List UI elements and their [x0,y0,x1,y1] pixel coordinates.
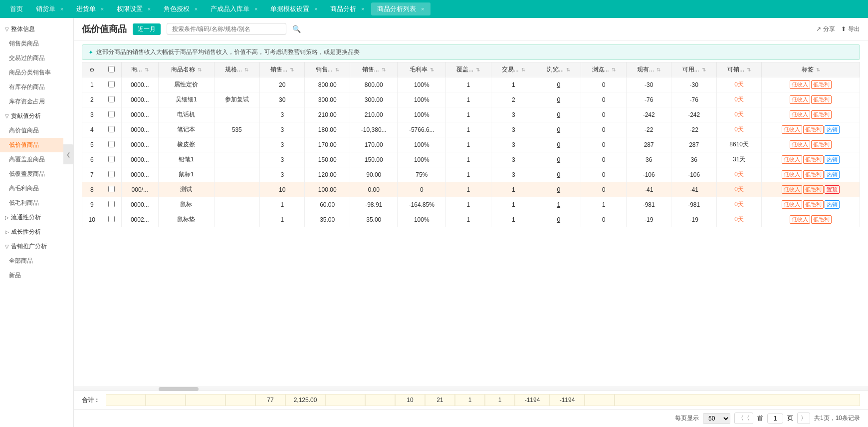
col-sales-cost[interactable]: 销售... ⇅ [350,62,398,77]
col-coverage[interactable]: 覆盖... ⇅ [446,62,491,77]
sidebar-item-high-value[interactable]: 高价值商品 [0,123,63,138]
row-checkbox[interactable] [108,186,115,192]
nav-stock[interactable]: 产成品入库单 × [205,2,263,15]
cell-views1[interactable]: 1 [536,197,581,212]
close-product-list-icon[interactable]: × [421,6,424,12]
cell-views1[interactable]: 0 [536,122,581,137]
sidebar-item-stocked-products[interactable]: 有库存的商品 [0,80,63,94]
close-product-analysis-icon[interactable]: × [361,6,364,12]
sidebar-group-overall[interactable]: ▽ 整体信息 [0,22,63,36]
cell-views1[interactable]: 0 [536,182,581,197]
cell-views1[interactable]: 0 [536,92,581,107]
views1-link[interactable]: 0 [557,96,560,103]
cell-checkbox[interactable] [102,182,121,197]
export-button[interactable]: ⬆ 导出 [841,25,860,33]
sidebar-group-circulation[interactable]: ▷ 流通性分析 [0,210,63,225]
close-roles-icon[interactable]: × [195,6,198,12]
views1-link[interactable]: 1 [557,201,560,208]
col-views2[interactable]: 浏览... ⇅ [581,62,626,77]
col-tags[interactable]: 标签 ⇅ [762,62,860,77]
nav-sales[interactable]: 销货单 × [30,2,69,15]
page-number-input[interactable] [767,414,783,424]
close-permissions-icon[interactable]: × [148,6,151,12]
row-checkbox[interactable] [108,201,115,207]
row-checkbox[interactable] [108,216,115,222]
sidebar-collapse-button[interactable]: ❮ [63,144,73,164]
views1-link[interactable]: 0 [557,81,560,88]
sidebar-item-high-margin[interactable]: 高毛利商品 [0,181,63,196]
row-checkbox[interactable] [108,141,115,147]
views1-link[interactable]: 0 [557,126,560,133]
horizontal-scrollbar[interactable] [74,387,868,391]
col-available-stock[interactable]: 可用... ⇅ [671,62,716,77]
cell-checkbox[interactable] [102,212,121,227]
share-button[interactable]: ↗ 分享 [816,25,835,33]
page-size-select[interactable]: 50 100 [703,413,730,424]
close-template-icon[interactable]: × [314,6,317,12]
sidebar-item-all-products[interactable]: 全部商品 [0,254,63,268]
views1-link[interactable]: 0 [557,141,560,148]
close-sales-icon[interactable]: × [60,6,63,12]
cell-views1[interactable]: 0 [536,137,581,152]
row-checkbox[interactable] [108,96,115,102]
col-sales-qty[interactable]: 销售... ⇅ [259,62,304,77]
col-views1[interactable]: 浏览... ⇅ [536,62,581,77]
close-purchase-icon[interactable]: × [101,6,104,12]
cell-checkbox[interactable] [102,107,121,122]
views1-link[interactable]: 0 [557,111,560,118]
filter-button[interactable]: 近一月 [133,23,161,35]
sidebar-item-traded-products[interactable]: 交易过的商品 [0,51,63,65]
sidebar-group-contribution[interactable]: ▽ 贡献值分析 [0,109,63,123]
nav-product-list[interactable]: 商品分析列表 × [371,2,430,15]
nav-permissions[interactable]: 权限设置 × [111,2,157,15]
col-settings[interactable]: ⚙ [82,62,102,77]
close-stock-icon[interactable]: × [254,6,257,12]
cell-views1[interactable]: 0 [536,152,581,167]
views1-link[interactable]: 0 [557,171,560,178]
search-input[interactable] [167,23,286,35]
cell-views1[interactable]: 0 [536,77,581,92]
sidebar-item-sales-products[interactable]: 销售类商品 [0,36,63,51]
sidebar-item-category-rate[interactable]: 商品分类销售率 [0,65,63,80]
scrollbar-thumb[interactable] [159,387,199,391]
cell-checkbox[interactable] [102,167,121,182]
col-spec[interactable]: 规格... ⇅ [214,62,259,77]
nav-template[interactable]: 单据模板设置 × [264,2,323,15]
views1-link[interactable]: 0 [557,186,560,193]
sidebar-group-marketing[interactable]: ▽ 营销推广分析 [0,239,63,254]
cell-checkbox[interactable] [102,197,121,212]
col-checkbox[interactable] [102,62,121,77]
cell-checkbox[interactable] [102,92,121,107]
views1-link[interactable]: 0 [557,156,560,163]
first-page-button[interactable]: 〈〈 [734,413,753,424]
col-transactions[interactable]: 交易... ⇅ [491,62,536,77]
col-margin[interactable]: 毛利率 ⇅ [398,62,446,77]
col-sellable-days[interactable]: 可销... ⇅ [716,62,761,77]
sidebar-group-growth[interactable]: ▷ 成长性分析 [0,225,63,239]
row-checkbox[interactable] [108,171,115,177]
sidebar-item-low-margin[interactable]: 低毛利商品 [0,196,63,210]
views1-link[interactable]: 0 [557,216,560,223]
cell-views1[interactable]: 0 [536,212,581,227]
row-checkbox[interactable] [108,126,115,132]
cell-checkbox[interactable] [102,137,121,152]
nav-home[interactable]: 首页 [4,2,29,15]
nav-purchase[interactable]: 进货单 × [70,2,110,15]
nav-product-analysis[interactable]: 商品分析 × [324,2,370,15]
sidebar-item-high-coverage[interactable]: 高覆盖度商品 [0,152,63,167]
row-checkbox[interactable] [108,81,115,87]
search-icon[interactable]: 🔍 [292,25,301,33]
col-current-stock[interactable]: 现有... ⇅ [626,62,671,77]
select-all-checkbox[interactable] [108,66,115,72]
nav-roles[interactable]: 角色授权 × [158,2,204,15]
row-checkbox[interactable] [108,111,115,117]
row-checkbox[interactable] [108,156,115,162]
cell-views1[interactable]: 0 [536,167,581,182]
sidebar-item-new-products[interactable]: 新品 [0,268,63,283]
col-sales-amount[interactable]: 销售... ⇅ [305,62,350,77]
cell-views1[interactable]: 0 [536,107,581,122]
col-name[interactable]: 商品名称 ⇅ [159,62,214,77]
sidebar-item-low-value[interactable]: 低价值商品 [0,138,63,152]
cell-checkbox[interactable] [102,122,121,137]
next-page-button[interactable]: 〉 [797,413,810,424]
